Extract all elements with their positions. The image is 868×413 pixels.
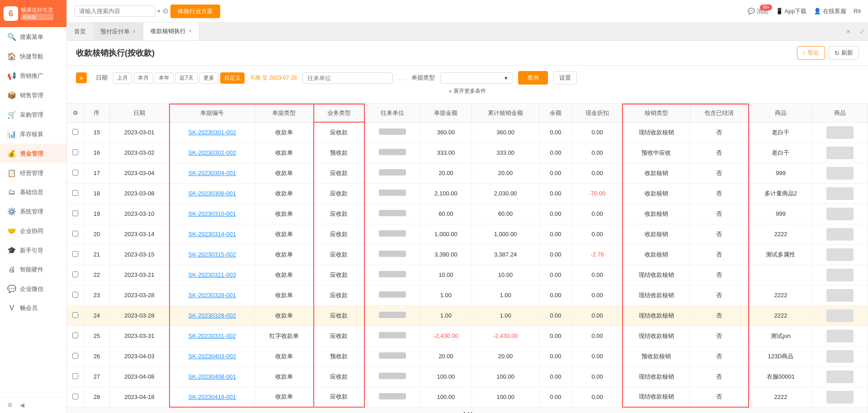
row-doc-no: SK-20230328-001	[170, 285, 255, 305]
table-footer-row: 合计	[67, 407, 868, 413]
filter-custom-date[interactable]: 自定义	[220, 72, 245, 84]
row-checkbox[interactable]	[67, 366, 84, 387]
app-download-button[interactable]: 📱 App下载	[776, 7, 807, 15]
doc-no-link[interactable]: SK-20230302-002	[189, 149, 236, 156]
sidebar-item-purchase[interactable]: 🛒采购管理	[0, 105, 66, 124]
doc-no-link[interactable]: SK-20230301-002	[189, 129, 236, 136]
row-date: 2023-03-31	[109, 326, 169, 346]
sidebar-item-operation[interactable]: 📋经营管理	[0, 163, 66, 183]
refresh-button[interactable]: ↻ 刷新	[829, 46, 859, 60]
sidebar-item-wechat[interactable]: 💬企业微信	[0, 279, 66, 299]
sidebar-item-marketing[interactable]: 📢营销推广	[0, 66, 66, 85]
row-include-cleared: 否	[690, 224, 749, 244]
sidebar-item-member[interactable]: V畅会员	[0, 299, 66, 318]
doc-no-link[interactable]: SK-20230308-001	[189, 190, 236, 197]
filter-counterparty-input[interactable]	[302, 72, 393, 84]
search-input[interactable]	[74, 5, 156, 17]
row-checkbox[interactable]	[67, 204, 84, 224]
row-checkbox[interactable]	[67, 305, 84, 326]
doc-no-link[interactable]: SK-20230418-001	[189, 394, 236, 400]
filter-this-year[interactable]: 本年	[155, 72, 174, 84]
doc-no-link[interactable]: SK-20230331-002	[189, 332, 236, 339]
expand-more-conditions[interactable]: ▾ 展开更多条件	[76, 85, 859, 98]
row-counterparty	[364, 285, 420, 305]
filter-more-dates[interactable]: 更多	[199, 72, 218, 84]
row-checkbox[interactable]	[67, 346, 84, 366]
sidebar-item-enterprise[interactable]: 🤝企业协同	[0, 221, 66, 241]
filter-toggle-button[interactable]: »	[76, 72, 87, 83]
sidebar-icon-enterprise: 🤝	[7, 227, 16, 235]
doc-no-link[interactable]: SK-20230408-001	[189, 373, 236, 380]
filter-doc-type-select[interactable]: ▾	[440, 72, 513, 84]
trial-button[interactable]: 体验行业方案	[170, 5, 220, 18]
doc-no-link[interactable]: SK-20230315-002	[189, 251, 236, 258]
row-product: 999	[749, 163, 812, 183]
row-checkbox[interactable]	[67, 326, 84, 346]
doc-no-link[interactable]: SK-20230310-001	[189, 210, 236, 217]
doc-amount-value: 10.00	[439, 271, 453, 278]
sidebar-item-inventory[interactable]: 📊库存核算	[0, 124, 66, 144]
row-doc-no: SK-20230403-002	[170, 346, 255, 366]
doc-no-link[interactable]: SK-20230304-001	[189, 170, 236, 176]
column-settings[interactable]: ⚙	[67, 104, 84, 122]
sidebar-item-finance[interactable]: 💰资金管理	[0, 144, 66, 163]
gear-icon[interactable]: ⚙	[162, 7, 169, 15]
filter-settings-button[interactable]: 设置	[553, 71, 577, 85]
row-checkbox[interactable]	[67, 265, 84, 285]
row-doc-type: 收款单	[255, 224, 313, 244]
sidebar-item-basic[interactable]: 🗂基础信息	[0, 183, 66, 202]
row-doc-type: 收款单	[255, 366, 313, 387]
row-checkbox[interactable]	[67, 387, 84, 407]
row-checkbox[interactable]	[67, 285, 84, 305]
sidebar-item-sales[interactable]: 📦销售管理	[0, 85, 66, 105]
row-include-cleared: 否	[690, 305, 749, 326]
export-button[interactable]: ↑ 导出	[797, 46, 826, 60]
collapse-icon[interactable]: ◀	[20, 402, 24, 408]
row-date: 2023-03-28	[109, 285, 169, 305]
product-image	[826, 330, 854, 342]
filter-last-month[interactable]: 上月	[113, 72, 132, 84]
row-balance: 0.00	[539, 163, 572, 183]
row-no: 19	[84, 204, 110, 224]
query-button[interactable]: 查询	[518, 71, 548, 85]
sidebar-icon-marketing: 📢	[7, 71, 16, 80]
tab-collection-cancel-close[interactable]: ×	[189, 28, 192, 34]
tab-pre-payment[interactable]: 预付应付单 ×	[93, 23, 143, 40]
sidebar-item-quick-nav[interactable]: 🏠快捷导航	[0, 47, 66, 66]
row-checkbox[interactable]	[67, 224, 84, 244]
doc-no-link[interactable]: SK-20230321-003	[189, 271, 236, 278]
cash-discount-value: -2.76	[590, 251, 604, 258]
row-include-cleared: 否	[690, 204, 749, 224]
expand-tabs-icon[interactable]: ⤢	[856, 28, 868, 35]
row-checkbox[interactable]	[67, 183, 84, 204]
sidebar-item-hardware[interactable]: 🖨智能硬件	[0, 260, 66, 279]
message-button[interactable]: 💬 消息 99+	[748, 7, 769, 15]
filter-last-7days[interactable]: 近7天	[175, 72, 198, 84]
row-include-cleared: 否	[690, 366, 749, 387]
doc-no-link[interactable]: SK-20230328-002	[189, 312, 236, 319]
sidebar-item-search-menu[interactable]: 🔍搜索菜单	[0, 27, 66, 47]
tab-collection-cancel[interactable]: 收款核销执行 ×	[143, 23, 199, 40]
close-all-tabs-icon[interactable]: ×	[841, 28, 856, 36]
tab-home[interactable]: 首页	[67, 23, 93, 40]
tab-pre-payment-close[interactable]: ×	[132, 28, 136, 35]
message-icon: 💬	[748, 8, 755, 14]
doc-no-link[interactable]: SK-20230328-001	[189, 292, 236, 299]
settings-icon[interactable]: ⚙	[7, 402, 13, 408]
product-image	[826, 370, 854, 383]
doc-no-link[interactable]: SK-20230403-002	[189, 353, 236, 360]
doc-no-link[interactable]: SK-20230314-001	[189, 231, 236, 237]
row-checkbox[interactable]	[67, 163, 84, 183]
table-footer: 合计	[67, 407, 868, 413]
sidebar-label-wechat: 企业微信	[20, 285, 43, 293]
filter-this-month[interactable]: 本月	[134, 72, 153, 84]
doc-amount-value: 20.00	[439, 170, 453, 176]
sidebar-item-guide[interactable]: 🎓新手引导	[0, 241, 66, 260]
sidebar-label-search-menu: 搜索菜单	[20, 33, 43, 41]
online-service-button[interactable]: 👤 在线客服	[814, 7, 846, 15]
row-acc-cancel: 100.00	[472, 387, 539, 407]
row-checkbox[interactable]	[67, 122, 84, 142]
row-checkbox[interactable]	[67, 244, 84, 265]
row-checkbox[interactable]	[67, 142, 84, 163]
sidebar-item-system[interactable]: ⚙️系统管理	[0, 202, 66, 221]
